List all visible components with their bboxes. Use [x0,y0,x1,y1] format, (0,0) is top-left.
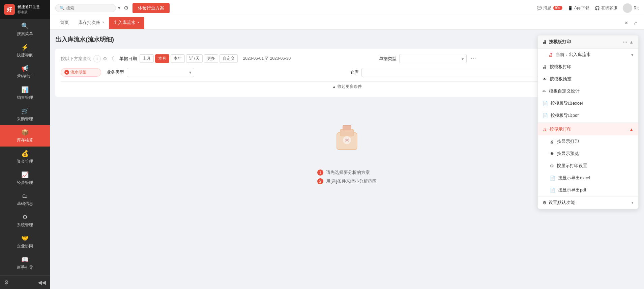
topbar-settings-icon[interactable]: ⚙ [124,5,128,11]
sidebar-label-basic: 基础信息 [17,201,33,207]
date-btn-more[interactable]: 更多 [204,54,218,63]
dropdown-template-design[interactable]: ✏ 模板自定义设计 [538,85,638,97]
trial-btn[interactable]: 体验行业方案 [133,3,170,13]
tab-batch-account-close[interactable]: × [102,21,104,24]
messages-btn[interactable]: 💬 消息 99+ [537,5,562,11]
tab-flow-close[interactable]: × [138,21,140,24]
tab-expand-btn[interactable]: ⤢ [632,20,639,26]
online-service-btn[interactable]: 🎧 在线客服 [595,5,617,11]
sidebar-item-guide[interactable]: 📖 新手引导 [0,253,50,274]
system-icon: ⚙ [22,213,28,221]
dropdown-sub-arrow[interactable]: ▾ [631,52,634,57]
dropdown-template-export-pdf[interactable]: 📄 按模板导出pdf [538,109,638,122]
step-2-num: 2 [317,178,323,184]
sidebar-item-operation[interactable]: 📈 经营管理 [0,168,50,189]
filter-add-btn[interactable]: + [93,55,101,62]
dropdown-display-print-settings[interactable]: ⚙ 按显示打印设置 [538,160,638,172]
sidebar-item-inventory[interactable]: 📦 库存核算 [0,125,50,147]
dropdown-display-export-excel[interactable]: 📄 按显示导出excel [538,172,638,184]
search-input[interactable] [66,6,107,10]
sidebar-item-marketing[interactable]: 📢 营销推广 [0,61,50,83]
dropdown-display-section[interactable]: 🖨 按显示打印 ▲ [538,123,638,135]
current-icon: 🖨 [549,52,553,57]
display-export-pdf-label: 按显示导出pdf [558,187,586,193]
dropdown-template-export-excel[interactable]: 📄 按模板导出excel [538,97,638,109]
date-btn-custom[interactable]: 自定义 [219,54,238,63]
dropdown-more-icon[interactable]: ⋯ [623,40,627,45]
tabs-bar: 首页 库存批次账 × 出入库流水 × ✕ ⤢ [50,16,644,30]
user-name: Rit [634,6,639,10]
sidebar-item-basic[interactable]: 🗂 基础信息 [0,189,50,210]
step-2-text: 用[选]条件来缩小分析范围 [326,178,377,184]
filter-cog-icon[interactable]: ⚙ [103,56,107,61]
dropdown-current-item: 🖨 当前：出入库流水 ▾ [538,49,638,61]
sidebar-label-sales: 销售管理 [17,95,33,101]
page-title: 出入库流水(流水明细) [55,35,114,44]
sidebar-item-sales[interactable]: 📊 销售管理 [0,83,50,104]
business-select[interactable] [127,68,194,77]
date-btn-this-year[interactable]: 本年 [171,54,185,63]
date-btn-7days[interactable]: 近7天 [186,54,203,63]
dropdown-display-preview[interactable]: 👁 按显示预览 [538,148,638,160]
dropdown-template-print[interactable]: 🖨 按模板打印 [538,61,638,73]
template-export-pdf-label: 按模板导出pdf [551,112,579,119]
footer-label: 设置默认功能 [549,200,575,206]
app-download-label: App下载 [574,5,589,11]
date-btn-this-month[interactable]: 本月 [155,54,169,63]
topbar-right: 💬 消息 99+ 📱 App下载 🎧 在线客服 Rit [537,3,639,13]
dropdown-display-print[interactable]: 🖨 按显示打印 [538,135,638,148]
sidebar-label-quick-nav: 快捷导航 [17,52,33,58]
basic-icon: 🗂 [22,192,28,200]
enterprise-icon: 🤝 [21,235,29,242]
footer-content: ⚙ 设置默认功能 [543,200,575,206]
tab-batch-account[interactable]: 库存批次账 × [74,17,109,29]
filter-collapse-icon[interactable]: 《 [109,56,114,62]
sidebar-collapse-icon[interactable]: ◀◀ [38,279,46,286]
step-1-text: 请先选择要分析的方案 [326,169,370,176]
type-more-icon[interactable]: ⋯ [471,55,476,62]
message-badge: 99+ [553,6,562,10]
app-download-btn[interactable]: 📱 App下载 [568,5,589,11]
search-box[interactable]: 🔍 [55,4,116,12]
topbar: 🔍 ▾ ⚙ 体验行业方案 💬 消息 99+ 📱 App下载 🎧 在线客服 Rit [50,0,644,16]
current-label-text: 当前：出入库流水 [556,52,591,58]
sidebar-item-enterprise[interactable]: 🤝 企业协同 [0,231,50,253]
sidebar-item-app-center[interactable]: 🖥 应用中心 [0,274,50,275]
search-dropdown-btn[interactable]: ▾ [118,5,120,10]
tab-home[interactable]: 首页 [55,17,74,29]
filter-date-section: 单据日期 上月 本月 本年 近7天 更多 自定义 2023-06-01 至 20… [119,54,374,63]
sidebar-item-search[interactable]: 🔍 搜索菜单 [0,19,50,40]
type-select[interactable] [399,54,467,63]
flow-tag[interactable]: ● 流水明细 [61,68,101,77]
sidebar-item-quick-nav[interactable]: ⚡ 快捷导航 [0,40,50,61]
sidebar-nav: 🔍 搜索菜单 ⚡ 快捷导航 📢 营销推广 📊 销售管理 🛒 采购管理 📦 库存核… [0,19,50,275]
filter-add-group: 按以下方案查询 + ⚙ 《 [61,55,114,62]
sidebar-bottom: ⚙ ◀◀ [0,275,50,289]
date-btn-last-month[interactable]: 上月 [140,54,154,63]
tab-flow[interactable]: 出入库流水 × [109,17,144,29]
empty-steps: 1 请先选择要分析的方案 2 用[选]条件来缩小分析范围 [317,169,377,184]
sidebar-item-finance[interactable]: 💰 资金管理 [0,147,50,168]
sidebar-item-purchase[interactable]: 🛒 采购管理 [0,104,50,125]
sidebar-label-system: 系统管理 [17,222,33,228]
sidebar: 好 畅捷通好生意 标准版 🔍 搜索菜单 ⚡ 快捷导航 📢 营销推广 📊 销售管理… [0,0,50,289]
sidebar-label-search: 搜索菜单 [17,31,33,37]
type-label: 单据类型 [379,56,397,62]
dropdown-header-label: 按模板打印 [549,39,571,45]
user-area[interactable]: Rit [623,3,639,13]
sidebar-item-system[interactable]: ⚙ 系统管理 [0,210,50,231]
dropdown-close-arrow[interactable]: ▲ [629,40,634,45]
sidebar-settings-icon[interactable]: ⚙ [4,279,9,286]
sidebar-label-guide: 新手引导 [17,265,33,270]
tab-close-btn[interactable]: ✕ [623,20,630,26]
app-download-icon: 📱 [568,6,573,10]
type-select-wrap [399,54,467,63]
dropdown-template-preview[interactable]: 👁 按模板预览 [538,73,638,85]
dropdown-footer[interactable]: ⚙ 设置默认功能 ▾ [538,196,638,209]
template-export-pdf-icon: 📄 [543,113,548,118]
template-print-label: 按模板打印 [550,64,572,70]
display-export-pdf-icon: 📄 [550,188,555,193]
footer-icon: ⚙ [543,200,547,205]
dropdown-display-export-pdf[interactable]: 📄 按显示导出pdf [538,184,638,196]
content-area: 出入库流水(流水明细) 🖨 按模板打印 ▲ ⬆ 导出 🔄 刷新 [50,30,644,289]
